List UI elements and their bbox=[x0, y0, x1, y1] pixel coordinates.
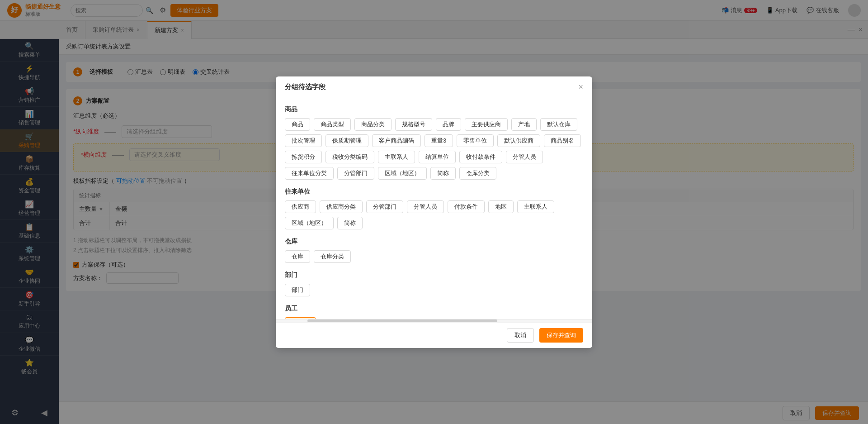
dept-field-tags: 部门 bbox=[285, 284, 583, 296]
field-tag-region2[interactable]: 区域（地区） bbox=[285, 217, 334, 229]
field-tag-supplier-category[interactable]: 供应商分类 bbox=[320, 200, 363, 213]
field-tag-region[interactable]: 区域（地区） bbox=[378, 167, 427, 180]
field-tag-supplier[interactable]: 供应商 bbox=[285, 200, 316, 213]
dept-section-title: 部门 bbox=[285, 271, 583, 279]
goods-section: 商品 商品 商品类型 商品分类 规格型号 品牌 主要供应商 产地 默认仓库 批次… bbox=[285, 105, 583, 180]
field-tag-default-supplier[interactable]: 默认供应商 bbox=[497, 134, 540, 147]
field-tag-alias[interactable]: 商品别名 bbox=[544, 134, 581, 147]
modal-header: 分组待选字段 × bbox=[276, 76, 592, 98]
field-tag-tax-code[interactable]: 税收分类编码 bbox=[326, 151, 374, 163]
partner-field-tags: 供应商 供应商分类 分管部门 分管人员 付款条件 地区 主联系人 区域（地区） … bbox=[285, 200, 583, 229]
goods-field-tags: 商品 商品类型 商品分类 规格型号 品牌 主要供应商 产地 默认仓库 批次管理 … bbox=[285, 118, 583, 180]
field-tag-warehouse-category[interactable]: 仓库分类 bbox=[314, 250, 351, 263]
modal-title: 分组待选字段 bbox=[285, 83, 326, 91]
field-tag-partner-manager[interactable]: 分管人员 bbox=[407, 200, 444, 213]
field-tag-spec[interactable]: 规格型号 bbox=[395, 118, 432, 131]
field-tag-goods[interactable]: 商品 bbox=[285, 118, 310, 131]
field-tag-partner-category[interactable]: 往来单位分类 bbox=[285, 167, 334, 180]
modal-horizontal-scrollbar[interactable] bbox=[276, 319, 592, 322]
field-tag-main-contact2[interactable]: 主联系人 bbox=[517, 200, 554, 213]
modal-overlay: 分组待选字段 × 商品 商品 商品类型 商品分类 规格型号 品牌 主要供应商 产… bbox=[0, 0, 868, 424]
field-tag-area[interactable]: 地区 bbox=[488, 200, 514, 213]
dept-section: 部门 部门 bbox=[285, 271, 583, 296]
field-tag-default-warehouse[interactable]: 默认仓库 bbox=[540, 118, 577, 131]
partner-section: 往来单位 供应商 供应商分类 分管部门 分管人员 付款条件 地区 主联系人 区域… bbox=[285, 188, 583, 229]
field-tag-manager[interactable]: 分管人员 bbox=[506, 151, 543, 163]
modal-close-button[interactable]: × bbox=[578, 83, 583, 91]
field-tag-settlement-unit[interactable]: 结算单位 bbox=[419, 151, 456, 163]
field-tag-short-name2[interactable]: 简称 bbox=[337, 217, 363, 229]
modal-dialog: 分组待选字段 × 商品 商品 商品类型 商品分类 规格型号 品牌 主要供应商 产… bbox=[276, 76, 592, 348]
warehouse-section-title: 仓库 bbox=[285, 238, 583, 246]
field-tag-origin[interactable]: 产地 bbox=[511, 118, 537, 131]
field-tag-warehouse[interactable]: 仓库 bbox=[285, 250, 310, 263]
warehouse-section: 仓库 仓库 仓库分类 bbox=[285, 238, 583, 263]
employee-section-title: 员工 bbox=[285, 305, 583, 313]
field-tag-warehouse-cat[interactable]: 仓库分类 bbox=[459, 167, 496, 180]
field-tag-goods-category[interactable]: 商品分类 bbox=[354, 118, 392, 131]
field-tag-short-name[interactable]: 简称 bbox=[430, 167, 456, 180]
field-tag-pick-points[interactable]: 拣货积分 bbox=[285, 151, 322, 163]
field-tag-pay-term[interactable]: 付款条件 bbox=[448, 200, 485, 213]
modal-cancel-button[interactable]: 取消 bbox=[507, 328, 534, 343]
field-tag-weight3[interactable]: 重量3 bbox=[425, 134, 453, 147]
field-tag-batch[interactable]: 批次管理 bbox=[285, 134, 322, 147]
employee-section: 员工 业务员 bbox=[285, 305, 583, 319]
modal-save-button[interactable]: 保存并查询 bbox=[539, 328, 583, 343]
field-tag-goods-type[interactable]: 商品类型 bbox=[314, 118, 351, 131]
field-tag-dept[interactable]: 分管部门 bbox=[337, 167, 374, 180]
field-tag-retail-unit[interactable]: 零售单位 bbox=[457, 134, 494, 147]
modal-footer: 取消 保存并查询 bbox=[276, 322, 592, 348]
field-tag-customer-code[interactable]: 客户商品编码 bbox=[372, 134, 421, 147]
field-tag-expiry[interactable]: 保质期管理 bbox=[326, 134, 368, 147]
modal-body: 商品 商品 商品类型 商品分类 规格型号 品牌 主要供应商 产地 默认仓库 批次… bbox=[276, 98, 592, 319]
field-tag-department[interactable]: 部门 bbox=[285, 284, 310, 296]
warehouse-field-tags: 仓库 仓库分类 bbox=[285, 250, 583, 263]
field-tag-brand[interactable]: 品牌 bbox=[436, 118, 461, 131]
field-tag-payment-term[interactable]: 收付款条件 bbox=[459, 151, 502, 163]
field-tag-main-contact[interactable]: 主联系人 bbox=[378, 151, 415, 163]
field-tag-main-supplier[interactable]: 主要供应商 bbox=[465, 118, 508, 131]
partner-section-title: 往来单位 bbox=[285, 188, 583, 196]
field-tag-partner-dept[interactable]: 分管部门 bbox=[366, 200, 403, 213]
goods-section-title: 商品 bbox=[285, 105, 583, 114]
